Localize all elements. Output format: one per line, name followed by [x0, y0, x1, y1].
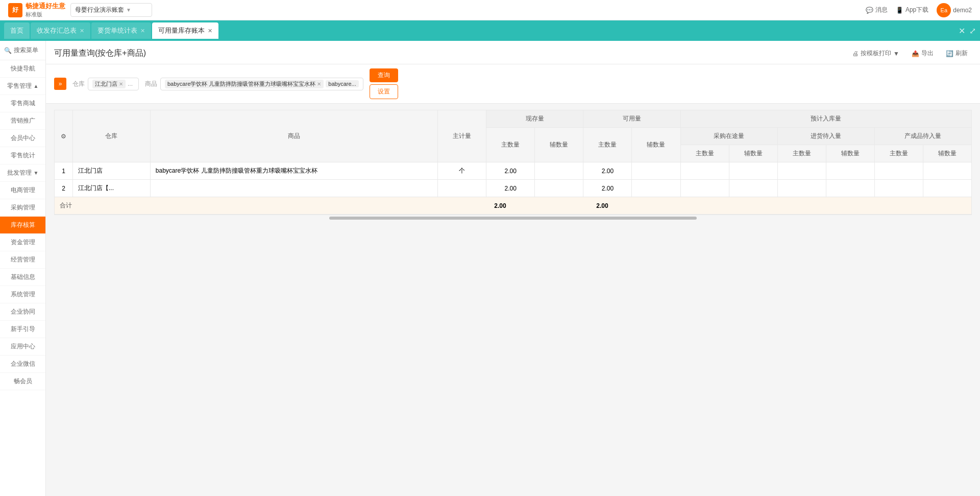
phone-icon: 📱 — [896, 7, 903, 14]
available-main-qty-col: 主数量 — [583, 128, 632, 162]
sidebar-item-system[interactable]: 系统管理 — [0, 286, 45, 303]
footer-values: 2.00 2.00 — [136, 202, 966, 209]
table-settings-col[interactable]: ⚙ — [55, 110, 73, 162]
export-btn[interactable]: 📤 导出 — [908, 47, 938, 60]
username: demo2 — [953, 7, 972, 14]
table-row: 1 江北门店 babycare学饮杯 儿童防摔防撞吸管杯重力球吸嘴杯宝宝水杯 个… — [55, 162, 972, 180]
filter-more-icon[interactable]: ... — [128, 80, 133, 87]
sidebar-item-retail-store[interactable]: 零售商城 — [0, 95, 45, 112]
filter-expand-btn[interactable]: » — [54, 78, 66, 90]
tab-home[interactable]: 首页 — [4, 22, 30, 39]
close-window-icon[interactable]: ✕ — [959, 26, 965, 36]
sidebar-item-purchase[interactable]: 采购管理 — [0, 199, 45, 217]
finance-label: 资金管理 — [11, 238, 35, 247]
app-download-btn[interactable]: 📱 App下载 — [896, 6, 928, 14]
row-avail-main-1: 2.00 — [583, 180, 632, 197]
refresh-btn[interactable]: 🔄 刷新 — [942, 47, 972, 60]
tab-bar: 首页 收发存汇总表 ✕ 要货单统计表 ✕ 可用量库存账本 ✕ ✕ ⤢ — [0, 20, 980, 41]
product-tag-close[interactable]: ✕ — [317, 81, 321, 87]
enterprise-collab-label: 企业协同 — [11, 308, 35, 316]
logo-icon: 好 — [8, 3, 22, 17]
sidebar-item-enterprise-wechat[interactable]: 企业微信 — [0, 356, 45, 373]
message-btn[interactable]: 💬 消息 — [866, 6, 888, 14]
row-pend-main-1 — [777, 180, 826, 197]
product-tag: babycare学饮杯 儿童防摔防撞吸管杯重力球吸嘴杯宝宝水杯 ✕ — [165, 80, 324, 88]
sidebar-search[interactable]: 🔍 搜索菜单 — [0, 41, 45, 60]
sidebar-item-basics[interactable]: 基础信息 — [0, 269, 45, 286]
quick-nav-label: 快捷导航 — [11, 64, 35, 73]
warehouse-label: 仓库 — [72, 80, 85, 88]
footer-current-main: 2.00 — [475, 202, 526, 209]
sidebar-item-finance[interactable]: 资金管理 — [0, 234, 45, 251]
chevron-icon-batch: ▼ — [34, 170, 39, 176]
sidebar-item-vip-member[interactable]: 畅会员 — [0, 373, 45, 390]
row-product-0: babycare学饮杯 儿童防摔防撞吸管杯重力球吸嘴杯宝宝水杯 — [150, 162, 437, 180]
purchase-transit-aux: 辅数量 — [729, 145, 777, 162]
expand-icon[interactable]: ⤢ — [969, 26, 976, 36]
retail-store-label: 零售商城 — [11, 99, 35, 108]
template-print-label: 按模板打印 — [861, 49, 891, 58]
sidebar-item-retail-stats[interactable]: 零售统计 — [0, 147, 45, 164]
warehouse-input[interactable]: 江北门店 ✕ ... — [88, 78, 139, 90]
query-button[interactable]: 查询 — [370, 68, 398, 82]
print-arrow-icon: ▼ — [893, 50, 899, 57]
member-center-label: 会员中心 — [11, 134, 35, 143]
export-icon: 📤 — [912, 50, 919, 57]
filter-action-area: 查询 设置 — [370, 68, 398, 99]
row-purch-aux-1 — [729, 180, 777, 197]
sidebar-item-ecommerce[interactable]: 电商管理 — [0, 182, 45, 199]
top-bar: 好 畅捷通好生意 标准版 母婴行业演示账套 ▼ 💬 消息 📱 App下载 Ea … — [0, 0, 980, 20]
product-tag-value: babycare学饮杯 儿童防摔防撞吸管杯重力球吸嘴杯宝宝水杯 — [167, 80, 315, 88]
tab-available-inventory[interactable]: 可用量库存账本 ✕ — [152, 22, 218, 39]
warehouse-tag-close[interactable]: ✕ — [119, 81, 123, 87]
sidebar-item-enterprise-collab[interactable]: 企业协同 — [0, 303, 45, 321]
footer-rest — [628, 202, 966, 209]
sidebar-item-operations[interactable]: 经营管理 — [0, 251, 45, 269]
row-purch-main-1 — [680, 180, 729, 197]
scroll-thumb[interactable] — [329, 217, 696, 220]
product-filter: 商品 babycare学饮杯 儿童防摔防撞吸管杯重力球吸嘴杯宝宝水杯 ✕ bab… — [145, 78, 363, 90]
user-area[interactable]: Ea demo2 — [937, 3, 972, 17]
row-pend-main-0 — [777, 162, 826, 180]
row-curr-main-1: 2.00 — [486, 180, 535, 197]
template-print-btn[interactable]: 🖨 按模板打印 ▼ — [848, 47, 903, 60]
data-table: ⚙ 仓库 商品 主计量 现存量 可用量 预计入库量 主数量 辅数量 主数量 辅数… — [54, 110, 972, 197]
tab-receive-pay[interactable]: 收发存汇总表 ✕ — [31, 22, 90, 39]
settings-button[interactable]: 设置 — [370, 84, 398, 99]
template-selector[interactable]: 母婴行业演示账套 ▼ — [70, 3, 152, 17]
row-prod-main-0 — [874, 162, 923, 180]
tab-demand-stats[interactable]: 要货单统计表 ✕ — [91, 22, 151, 39]
sidebar-item-marketing[interactable]: 营销推广 — [0, 112, 45, 130]
retail-mgmt-label: 零售管理 — [7, 82, 32, 90]
main-layout: 🔍 搜索菜单 快捷导航 零售管理 ▲ 零售商城 营销推广 会员中心 零售统计 批… — [0, 41, 980, 496]
sidebar-item-batch-mgmt[interactable]: 批发管理 ▼ — [0, 164, 45, 182]
warehouse-filter: 仓库 江北门店 ✕ ... — [72, 78, 139, 90]
pending-goods-main: 主数量 — [777, 145, 826, 162]
sidebar-item-member-center[interactable]: 会员中心 — [0, 130, 45, 147]
tab-available-inventory-close[interactable]: ✕ — [208, 28, 212, 34]
ecommerce-label: 电商管理 — [11, 186, 35, 195]
sidebar-item-app-center[interactable]: 应用中心 — [0, 338, 45, 356]
product-tag-extra: babycare... — [326, 80, 358, 87]
tab-receive-pay-close[interactable]: ✕ — [80, 28, 84, 34]
row-curr-main-0: 2.00 — [486, 162, 535, 180]
tab-demand-stats-close[interactable]: ✕ — [140, 28, 145, 34]
row-product-1 — [150, 180, 437, 197]
sidebar-item-newcomer[interactable]: 新手引导 — [0, 321, 45, 338]
row-unit-1 — [438, 180, 486, 197]
sidebar-item-quick-nav[interactable]: 快捷导航 — [0, 60, 45, 78]
vip-member-label: 畅会员 — [14, 377, 32, 386]
sidebar-item-retail-mgmt[interactable]: 零售管理 ▲ — [0, 78, 45, 95]
inventory-label: 库存核算 — [11, 221, 35, 229]
row-warehouse-0: 江北门店 — [73, 162, 151, 180]
product-tag-extra-value: babycare... — [328, 81, 356, 87]
current-aux-qty-col: 辅数量 — [535, 128, 583, 162]
sidebar-item-inventory[interactable]: 库存核算 — [0, 217, 45, 234]
app-download-label: App下载 — [905, 6, 928, 14]
table-available-qty-col: 可用量 — [583, 110, 680, 128]
row-warehouse-1: 江北门店【... — [73, 180, 151, 197]
warehouse-tag: 江北门店 ✕ — [92, 80, 126, 88]
product-input[interactable]: babycare学饮杯 儿童防摔防撞吸管杯重力球吸嘴杯宝宝水杯 ✕ babyca… — [160, 78, 363, 90]
filter-bar: » 仓库 江北门店 ✕ ... 商品 babycare学饮杯 儿童防摔防撞吸管杯… — [46, 64, 980, 104]
current-main-qty-col: 主数量 — [486, 128, 535, 162]
